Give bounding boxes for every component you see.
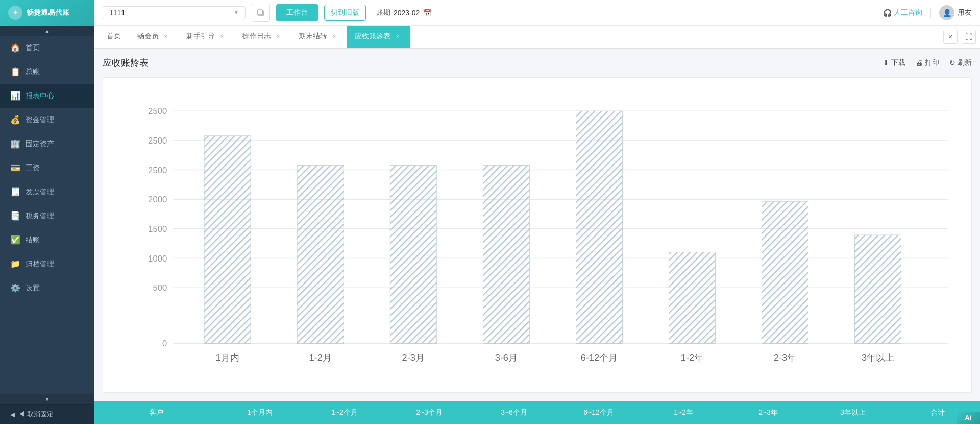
svg-text:3-6月: 3-6月	[495, 352, 518, 363]
bar-1-2month	[297, 165, 344, 343]
tab-member-label: 畅会员	[137, 32, 159, 41]
bar-3-6month	[483, 165, 529, 343]
sidebar-item-ledger[interactable]: 📋 总账	[0, 60, 94, 84]
tax-icon: 📑	[10, 211, 20, 221]
sidebar-item-invoice[interactable]: 🧾 发票管理	[0, 180, 94, 204]
close-tab-button[interactable]: ×	[943, 30, 958, 44]
sidebar-label-checkout: 结账	[26, 235, 40, 245]
logo-icon: ✦	[8, 6, 22, 20]
home-icon: 🏠	[10, 43, 20, 53]
refresh-label: 刷新	[958, 58, 972, 67]
tab-aging[interactable]: 应收账龄表 ×	[347, 26, 410, 48]
tab-member[interactable]: 畅会员 ×	[129, 26, 178, 48]
tab-guide-close[interactable]: ×	[218, 32, 226, 40]
table-header: 客户 1个月内 1~2个月 2~3个月 3~6个月 6~12个月 1~2年 2~…	[94, 401, 980, 424]
tab-member-close[interactable]: ×	[162, 32, 170, 40]
th-3-6month: 3~6个月	[472, 408, 556, 417]
sidebar-item-assets[interactable]: 🏢 固定资产	[0, 132, 94, 156]
th-2-3month: 2~3个月	[387, 408, 472, 417]
expand-tab-button[interactable]: ⛶	[962, 30, 976, 44]
tab-log[interactable]: 操作日志 ×	[234, 26, 290, 48]
logo-text: 畅捷通易代账	[27, 8, 69, 17]
svg-text:1-2月: 1-2月	[309, 352, 332, 363]
sidebar-label-funds: 资金管理	[26, 115, 54, 125]
sidebar-item-reports[interactable]: 📊 报表中心	[0, 84, 94, 108]
sidebar-label-archive: 归档管理	[26, 260, 54, 269]
svg-text:2500: 2500	[148, 106, 167, 116]
cancel-fixed-label: ◀ 取消固定	[18, 410, 54, 419]
sidebar-item-home[interactable]: 🏠 首页	[0, 36, 94, 60]
download-icon: ⬇	[883, 59, 889, 67]
bar-1month	[204, 136, 251, 344]
bar-6-12month	[576, 111, 622, 343]
tab-period-end[interactable]: 期末结转 ×	[290, 26, 347, 48]
sidebar-label-invoice: 发票管理	[26, 187, 54, 197]
svg-text:500: 500	[153, 283, 167, 293]
calendar-icon[interactable]: 📅	[423, 9, 431, 17]
user-name: 用友	[958, 8, 972, 17]
sidebar-label-assets: 固定资产	[26, 139, 54, 149]
svg-text:2500: 2500	[148, 136, 167, 146]
chevron-down-icon: ▼	[234, 10, 239, 15]
sidebar-item-salary[interactable]: 💳 工资	[0, 156, 94, 180]
sidebar-item-tax[interactable]: 📑 税务管理	[0, 204, 94, 228]
tab-home-label: 首页	[107, 32, 121, 41]
svg-rect-1	[258, 10, 262, 15]
consult-button[interactable]: 🎧 人工咨询	[883, 8, 922, 17]
sidebar-label-reports: 报表中心	[26, 91, 54, 101]
sidebar-scroll-up[interactable]: ▲	[0, 26, 94, 36]
sidebar: ▲ 🏠 首页 📋 总账 📊 报表中心 💰 资金管理 🏢 固定资产 💳 工资 🧾 …	[0, 26, 94, 424]
tab-log-close[interactable]: ×	[274, 32, 282, 40]
bar-1-2year	[669, 252, 715, 343]
funds-icon: 💰	[10, 115, 20, 125]
switch-old-button[interactable]: 切到旧版	[324, 5, 366, 21]
headphone-icon: 🎧	[883, 9, 892, 17]
svg-text:1000: 1000	[148, 254, 167, 264]
header-right: 🎧 人工咨询 👤 用友	[883, 5, 972, 20]
print-button[interactable]: 🖨 打印	[916, 58, 939, 67]
archive-icon: 📁	[10, 259, 20, 269]
invoice-icon: 🧾	[10, 187, 20, 197]
tab-aging-close[interactable]: ×	[394, 32, 402, 40]
download-button[interactable]: ⬇ 下载	[883, 58, 905, 67]
print-label: 打印	[925, 58, 939, 67]
tab-guide-label: 新手引导	[186, 32, 215, 41]
salary-icon: 💳	[10, 163, 20, 173]
page-actions: ⬇ 下载 🖨 打印 ↻ 刷新	[883, 58, 972, 67]
refresh-icon: ↻	[949, 59, 955, 67]
tab-home[interactable]: 首页	[99, 26, 129, 48]
sidebar-item-funds[interactable]: 💰 资金管理	[0, 108, 94, 132]
tabs-bar: 首页 畅会员 × 新手引导 × 操作日志 × 期末结转 × 应收账龄表 ×	[94, 26, 980, 49]
sidebar-item-checkout[interactable]: ✅ 结账	[0, 228, 94, 252]
period-label: 账期	[376, 8, 390, 17]
period-area: 账期 2023-02 📅	[376, 8, 431, 17]
divider	[930, 8, 931, 18]
sidebar-item-settings[interactable]: ⚙️ 设置	[0, 276, 94, 300]
assets-icon: 🏢	[10, 139, 20, 149]
cancel-fixed-icon: ◀	[10, 411, 15, 418]
checkout-icon: ✅	[10, 235, 20, 245]
avatar: 👤	[939, 5, 954, 20]
sidebar-label-home: 首页	[26, 43, 40, 53]
user-area[interactable]: 👤 用友	[939, 5, 972, 20]
page-header: 应收账龄表 ⬇ 下载 🖨 打印 ↻ 刷新	[103, 57, 972, 69]
tab-period-end-close[interactable]: ×	[330, 32, 338, 40]
tab-log-label: 操作日志	[242, 32, 271, 41]
company-name: 1111	[109, 9, 230, 17]
svg-text:2500: 2500	[148, 166, 167, 175]
logo-area: ✦ 畅捷通易代账	[0, 0, 94, 26]
company-selector[interactable]: 1111 ▼	[103, 6, 246, 19]
refresh-button[interactable]: ↻ 刷新	[949, 58, 972, 67]
sidebar-scroll-down[interactable]: ▼	[0, 394, 94, 404]
th-customer: 客户	[94, 408, 217, 417]
cancel-fixed-button[interactable]: ◀ ◀ 取消固定	[0, 404, 94, 424]
workbench-button[interactable]: 工作台	[276, 4, 318, 21]
copy-button[interactable]	[252, 4, 270, 22]
th-1-2year: 1~2年	[641, 408, 726, 417]
sidebar-item-archive[interactable]: 📁 归档管理	[0, 252, 94, 276]
settings-icon: ⚙️	[10, 283, 20, 293]
svg-text:0: 0	[162, 339, 167, 348]
tab-guide[interactable]: 新手引导 ×	[178, 26, 234, 48]
sidebar-label-settings: 设置	[26, 284, 40, 293]
ai-badge[interactable]: Ai	[957, 412, 980, 424]
